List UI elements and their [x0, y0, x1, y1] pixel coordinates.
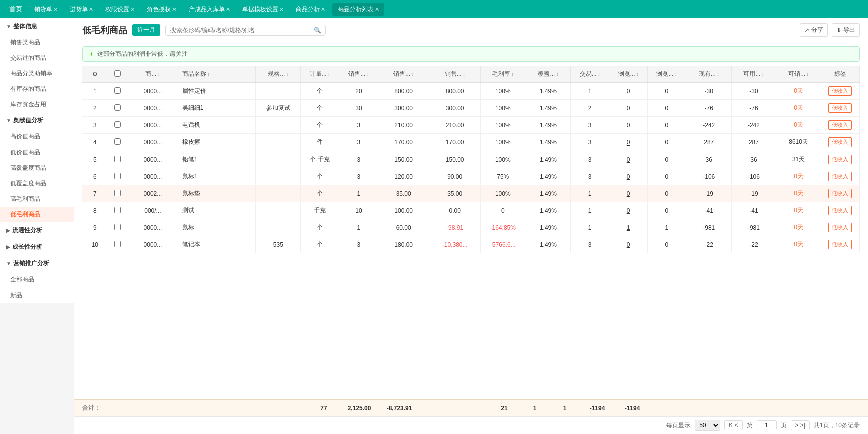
footer-browse2: 1 [550, 405, 580, 412]
nav-purchase[interactable]: 进货单✕ [65, 3, 98, 16]
col-header-sale-amt[interactable]: 销售... [429, 66, 481, 83]
sidebar-item-new-goods[interactable]: 新品 [0, 287, 74, 303]
col-header-gross-rate[interactable]: 毛利率 [480, 66, 526, 83]
row-checkbox[interactable] [114, 87, 121, 94]
page-number-input[interactable] [757, 420, 777, 430]
cell-unit: 个 [301, 168, 339, 185]
cell-sale-qty: 20 [339, 83, 378, 100]
row-checkbox[interactable] [114, 104, 121, 111]
col-header-sale-qty[interactable]: 销售... [339, 66, 378, 83]
cell-seq: 3 [82, 117, 108, 134]
sidebar-item-low-coverage[interactable]: 低覆盖度商品 [0, 176, 74, 191]
header-actions: ↗ 分享 ⬇ 导出 [800, 23, 860, 37]
cell-sale-qty: 3 [339, 168, 378, 185]
row-checkbox[interactable] [114, 173, 121, 179]
sidebar-item-stock-capital[interactable]: 库存资金占用 [0, 97, 74, 112]
sidebar-item-high-value[interactable]: 高价值商品 [0, 129, 74, 144]
nav-home[interactable]: 首页 [4, 3, 27, 16]
select-all-checkbox[interactable] [114, 70, 121, 77]
arrow-icon-4: ▶ [6, 244, 10, 250]
row-checkbox[interactable] [114, 224, 121, 230]
nav-permission[interactable]: 权限设置✕ [100, 3, 140, 16]
share-button[interactable]: ↗ 分享 [800, 23, 828, 37]
cell-current-stock: -41 [686, 202, 731, 219]
col-header-browse2[interactable]: 浏览... [648, 66, 686, 83]
nav-analysis-list[interactable]: 商品分析列表✕ [332, 3, 384, 16]
row-checkbox[interactable] [114, 207, 121, 213]
nav-sales[interactable]: 销货单✕ [29, 3, 63, 16]
cell-gross-rate: 75% [480, 168, 526, 185]
nav-template[interactable]: 单据模板设置✕ [237, 3, 289, 16]
col-header-current-stock[interactable]: 现有... [686, 66, 731, 83]
col-header-sale-price[interactable]: 销售... [378, 66, 429, 83]
row-checkbox[interactable] [114, 190, 121, 196]
first-page-button[interactable]: K < [724, 420, 742, 430]
table-container[interactable]: ⚙ 商... 商品名称 规格... 计量... 销售... 销售... 销售..… [74, 66, 868, 399]
cell-check [108, 185, 127, 202]
sidebar-item-in-stock[interactable]: 有库存的商品 [0, 81, 74, 97]
cell-unit: 千克 [301, 202, 339, 219]
notice-icon: ☀ [89, 51, 94, 58]
col-header-sale-stock[interactable]: 可销... [776, 66, 821, 83]
data-table: ⚙ 商... 商品名称 规格... 计量... 销售... 销售... 销售..… [82, 66, 860, 253]
sidebar-item-all-goods[interactable]: 全部商品 [0, 272, 74, 287]
cell-current-stock: -76 [686, 100, 731, 117]
date-filter-button[interactable]: 近一月 [132, 24, 160, 36]
cell-sale-price: 800.00 [378, 83, 429, 100]
cell-avail-stock: -19 [731, 185, 776, 202]
sidebar-item-high-coverage[interactable]: 高覆盖度商品 [0, 160, 74, 176]
cell-sale-qty: 30 [339, 100, 378, 117]
nav-analysis[interactable]: 商品分析✕ [291, 3, 330, 16]
cell-unit: 个 [301, 83, 339, 100]
cell-browse1: 0 [609, 134, 648, 151]
sidebar-item-category-rate[interactable]: 商品分类助销率 [0, 66, 74, 81]
cell-check [108, 151, 127, 168]
sidebar-section-marketing[interactable]: ▼ 营销推广分析 [0, 255, 74, 272]
col-header-browse1[interactable]: 浏览... [609, 66, 648, 83]
sidebar-item-low-gross[interactable]: 低毛利商品 [0, 207, 74, 222]
cell-sale-price: 100.00 [378, 202, 429, 219]
col-header-name[interactable]: 商品名称 [179, 66, 256, 83]
last-page-button[interactable]: > >| [791, 420, 810, 430]
sidebar-item-sales-goods[interactable]: 销售类商品 [0, 35, 74, 50]
row-checkbox[interactable] [114, 156, 121, 162]
sidebar-section-growth[interactable]: ▶ 成长性分析 [0, 239, 74, 255]
cell-sale-amt: -10,380... [429, 236, 481, 253]
cell-sale-price: 120.00 [378, 168, 429, 185]
cell-sale-price: 150.00 [378, 151, 429, 168]
cell-browse1: 0 [609, 83, 648, 100]
col-header-avail-stock[interactable]: 可用... [731, 66, 776, 83]
cell-sale-amt: -98.91 [429, 219, 481, 236]
sidebar-item-low-value[interactable]: 低价值商品 [0, 144, 74, 160]
row-checkbox[interactable] [114, 121, 121, 128]
cell-cover-rate: 1.49% [526, 219, 571, 236]
sidebar-section-overall[interactable]: ▼ 整体信息 [0, 18, 74, 35]
cell-name: 笔记本 [179, 236, 256, 253]
col-header-code[interactable]: 商... [127, 66, 179, 83]
col-header-spec[interactable]: 规格... [256, 66, 301, 83]
cell-tag: 低收入 [821, 236, 859, 253]
cell-tag: 低收入 [821, 185, 859, 202]
search-box: 🔍 [165, 25, 326, 36]
cell-trade-count: 1 [571, 219, 609, 236]
col-header-trade-count[interactable]: 交易... [571, 66, 609, 83]
sidebar-item-traded-goods[interactable]: 交易过的商品 [0, 50, 74, 66]
search-icon[interactable]: 🔍 [314, 27, 321, 34]
settings-icon[interactable]: ⚙ [92, 71, 98, 78]
search-input[interactable] [170, 27, 314, 34]
cell-name: 鼠标垫 [179, 185, 256, 202]
sidebar-section-circulation[interactable]: ▶ 流通性分析 [0, 222, 74, 239]
cell-cover-rate: 1.49% [526, 134, 571, 151]
sidebar-item-high-gross[interactable]: 高毛利商品 [0, 191, 74, 207]
export-button[interactable]: ⬇ 导出 [832, 23, 860, 37]
sidebar: ▼ 整体信息 销售类商品 交易过的商品 商品分类助销率 有库存的商品 库存资金占… [0, 18, 74, 303]
row-checkbox[interactable] [114, 138, 121, 145]
page-size-select[interactable]: 50 100 200 [695, 420, 720, 431]
row-checkbox[interactable] [114, 241, 121, 247]
col-header-unit[interactable]: 计量... [301, 66, 339, 83]
sidebar-section-contribution[interactable]: ▼ 奥献值分析 [0, 112, 74, 129]
nav-product-entry[interactable]: 产成品入库单✕ [184, 3, 235, 16]
nav-role[interactable]: 角色授权✕ [142, 3, 182, 16]
footer-sale-amt: -8,723.91 [379, 405, 419, 412]
col-header-cover-rate[interactable]: 覆盖... [526, 66, 571, 83]
